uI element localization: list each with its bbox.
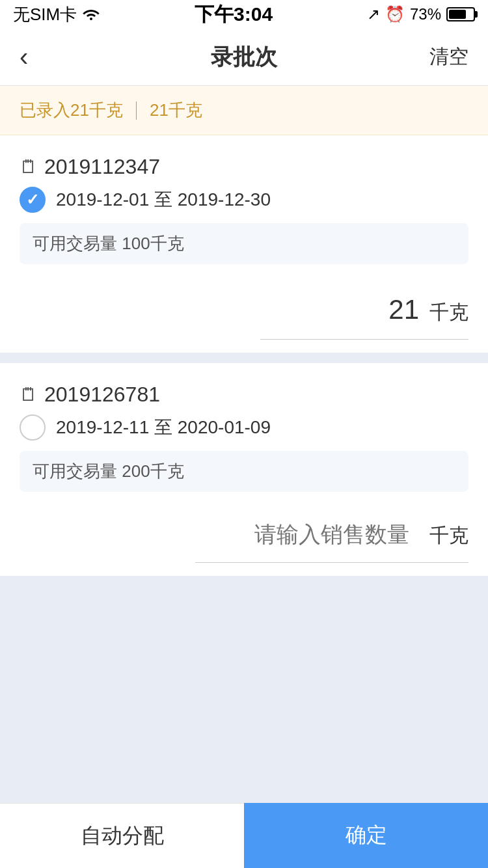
batch-1-date: 2019-12-01 至 2019-12-30 [56,187,271,212]
batch-1-amount-row: 21 千克 [0,288,488,339]
batch-2-input-row: 千克 [0,515,488,562]
carrier-label: 无SIM卡 [13,3,77,26]
battery-icon [446,7,475,21]
batch-item-1: 🗒 2019112347 2019-12-01 至 2019-12-30 可用交… [0,135,488,288]
status-time: 下午3:04 [195,1,273,28]
nav-bar: ‹ 录批次 清空 [0,29,488,86]
section-separator [0,353,488,363]
batch-1-header: 🗒 2019112347 [20,155,468,179]
batch-2-quantity-input[interactable] [185,522,419,547]
wifi-icon [82,5,100,25]
batch-1-icon: 🗒 [20,156,38,178]
clear-button[interactable]: 清空 [429,44,468,70]
batch-1-amount-unit: 千克 [429,299,468,326]
batch-1-amount-value: 21 [388,294,419,325]
batch-1-available: 可用交易量 100千克 [20,223,468,264]
batch-1-id: 2019112347 [44,155,160,179]
info-divider [136,102,137,120]
batch-2-date-row[interactable]: 2019-12-11 至 2020-01-09 [20,414,468,441]
info-banner: 已录入21千克 21千克 [0,86,488,135]
batch-2-header: 🗒 2019126781 [20,383,468,407]
total-amount: 21千克 [150,99,202,122]
alarm-icon: ⏰ [385,5,405,23]
batch-1-date-row[interactable]: 2019-12-01 至 2019-12-30 [20,187,468,213]
batch-2-id: 2019126781 [44,383,160,407]
confirm-button[interactable]: 确定 [244,803,488,868]
status-left: 无SIM卡 [13,3,100,26]
batch-2-date: 2019-12-11 至 2020-01-09 [56,415,271,440]
batch-2-available: 可用交易量 200千克 [20,451,468,492]
page-title: 录批次 [211,42,277,72]
location-icon: ↗ [367,5,380,23]
back-button[interactable]: ‹ [20,42,59,72]
batch-2-icon: 🗒 [20,384,38,405]
status-bar: 无SIM卡 下午3:04 ↗ ⏰ 73% [0,0,488,29]
batch-2-radio[interactable] [20,414,46,441]
auto-distribute-button[interactable]: 自动分配 [0,803,244,868]
recorded-amount: 已录入21千克 [20,99,123,122]
batch-item-2: 🗒 2019126781 2019-12-11 至 2020-01-09 可用交… [0,363,488,515]
batch-2-unit: 千克 [429,522,468,549]
battery-percent: 73% [410,5,441,23]
status-right: ↗ ⏰ 73% [367,5,475,23]
batch-1-radio[interactable] [20,187,46,213]
bottom-bar: 自动分配 确定 [0,803,488,868]
